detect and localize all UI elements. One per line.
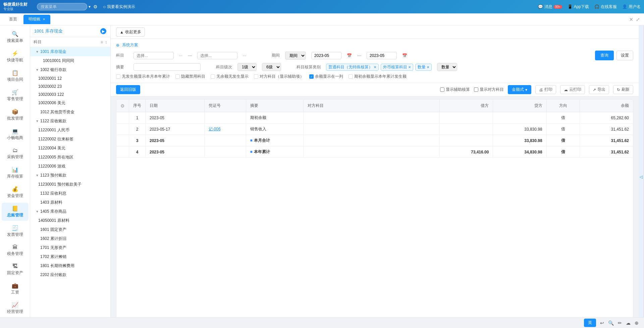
search-input[interactable] [37, 3, 87, 10]
tree-sort-icon[interactable]: ↕ [105, 40, 107, 45]
tag-normal-subject-close[interactable]: ✕ [374, 65, 376, 69]
tag-normal-subject[interactable]: 普通科目（无特殊核算） ✕ [326, 64, 379, 71]
sidebar-item-ecommerce[interactable]: 💻 小畅电商 [2, 125, 29, 143]
sidebar-item-purchase[interactable]: 🗂 采购管理 [2, 145, 29, 162]
tree-expand-1122[interactable]: ▼ [36, 119, 39, 123]
right-expand-btn[interactable]: ◁ [639, 25, 644, 328]
tree-node-1132[interactable]: 1132 应收利息 [30, 189, 110, 198]
tree-expand-1405[interactable]: ▼ [36, 210, 39, 213]
tag-quantity[interactable]: 数量 ✕ [415, 64, 432, 71]
period-type-select[interactable]: 期间 [285, 52, 306, 60]
tree-node-1702[interactable]: 1702 累计摊销 [30, 252, 110, 261]
bottom-icon-5[interactable]: ⊕ [635, 320, 639, 326]
tree-node-14050001[interactable]: 14050001 原材料 [30, 216, 110, 225]
notifications-btn[interactable]: 💬 消息 99+ [538, 4, 562, 10]
bottom-lang-btn[interactable]: 英 [584, 319, 596, 327]
tree-node-1403[interactable]: 1403 原材料 [30, 198, 110, 207]
tree-node-10020002[interactable]: 10020002 23 [30, 82, 110, 90]
sidebar-item-invoice[interactable]: 🧾 发票管理 [2, 222, 29, 240]
tree-node-11220004[interactable]: 11220004 美元 [30, 144, 110, 153]
tree-expand-1001[interactable]: ▼ [36, 50, 39, 54]
sidebar-item-quick-nav[interactable]: ⚡ 快捷导航 [2, 48, 29, 66]
system-scheme-label[interactable]: 系统方案 [122, 42, 138, 48]
subject-level-to-select[interactable]: 6级5级4级 [262, 63, 281, 71]
tree-nav-right-icon[interactable]: ▶ [100, 28, 106, 34]
tab-detail-ledger[interactable]: 明细账 ✕ [23, 15, 50, 24]
online-service-btn[interactable]: 🎧 在线客服 [594, 4, 617, 10]
tree-node-1601[interactable]: 1601 固定资产 [30, 225, 110, 234]
tree-node-11220002[interactable]: 11220002 往来标签 [30, 135, 110, 144]
tree-node-10020001[interactable]: 10020001 12 [30, 74, 110, 82]
checkbox-contra-subject[interactable]: 对方科目（显示辅助项） [254, 74, 304, 79]
app-download-btn[interactable]: 📱 App下载 [568, 4, 589, 10]
sidebar-item-wholesale[interactable]: 📦 批发管理 [2, 106, 29, 124]
bottom-icon-2[interactable]: 🔍 [608, 320, 614, 326]
tree-node-10020003[interactable]: 10020003 122 [30, 90, 110, 99]
sidebar-item-retail[interactable]: 🛒 零售管理 [2, 86, 29, 105]
sidebar-item-fixed-assets[interactable]: 🏗 固定资产 [2, 261, 29, 278]
cloud-print-btn[interactable]: ☁ 云打印 [560, 85, 585, 94]
sidebar-item-inventory[interactable]: 📊 库存核算 [2, 164, 29, 182]
show-contra-input[interactable] [474, 87, 478, 92]
sidebar-item-search[interactable]: 🔍 搜索菜单 [2, 28, 29, 46]
checkbox-no-balance[interactable]: 无发生额显示本月本年累计 [116, 74, 170, 79]
show-contra-checkbox[interactable]: 显示对方科目 [474, 87, 504, 92]
tree-node-11230001[interactable]: 11230001 预付账款美子 [30, 180, 110, 189]
demo-btn[interactable]: ○ 我要看实例演示 [103, 4, 135, 10]
tree-node-11220006[interactable]: 11220006 游戏 [30, 162, 110, 171]
checkbox-initial-balance[interactable]: 期初余额显示本年累计发生额 [348, 74, 407, 79]
selected-account-label[interactable]: 1001 库存现金 [34, 28, 99, 34]
show-aux-input[interactable] [440, 87, 444, 92]
user-info[interactable]: 👤 用户名 [622, 4, 641, 10]
tag-foreign-currency-close[interactable]: ✕ [408, 65, 411, 69]
return-old-btn[interactable]: 返回旧版 [116, 85, 140, 94]
row2-voucher-link[interactable]: 记-006 [209, 127, 221, 131]
checkbox-no-amount-no-show[interactable]: 无余额无发生显示 [211, 74, 249, 79]
refresh-btn[interactable]: ↻ 刷新 [613, 85, 633, 94]
window-maximize-icon[interactable]: ⤢ [636, 17, 640, 22]
tree-node-1122[interactable]: ▼ 1122 应收账款 [30, 117, 110, 126]
sidebar-item-project[interactable]: 📋 项目合同 [2, 67, 29, 85]
checkbox-balance-one-column[interactable]: ✓ 余额显示在一列 [309, 74, 343, 79]
th-settings[interactable]: ⚙ [116, 100, 129, 112]
tree-node-2202[interactable]: 2202 应付账款 [30, 270, 110, 279]
tag-foreign-currency[interactable]: 外币核算科目 ✕ [381, 64, 413, 71]
period-from-input[interactable] [311, 52, 341, 59]
settings-icon[interactable]: ⚙ [93, 4, 98, 9]
tree-node-1801[interactable]: 1801 长期待摊费用 [30, 261, 110, 270]
subject-input-to[interactable] [197, 52, 237, 59]
tree-node-11220001[interactable]: 11220001 人民币 [30, 126, 110, 135]
tree-expand-1123[interactable]: ▼ [36, 174, 39, 177]
sidebar-item-tax[interactable]: 🏛 税务管理 [2, 242, 29, 259]
tab-close-icon[interactable]: ✕ [43, 17, 45, 21]
subject-type-more-select[interactable]: 数量▼ [437, 63, 457, 71]
checkbox-hide-disabled[interactable]: 隐藏禁用科目 [175, 74, 205, 79]
sidebar-item-finance[interactable]: 💰 资金管理 [2, 183, 29, 201]
bottom-icon-1[interactable]: ↩ [600, 320, 604, 326]
period-to-input[interactable] [367, 52, 397, 59]
tree-expand-1002[interactable]: ▼ [36, 68, 39, 72]
summary-input[interactable] [133, 63, 201, 71]
tree-node-1012[interactable]: 1012 其他货币资金 [30, 108, 110, 117]
bottom-icon-4[interactable]: ☁ [626, 320, 631, 326]
tree-node-1002[interactable]: ▼ 1002 银行存款 [30, 65, 110, 74]
tree-node-10010001[interactable]: 10010001 同同同 [30, 56, 110, 65]
tree-node-1602[interactable]: 1602 累计折旧 [30, 234, 110, 243]
export-btn[interactable]: ↗ 导出 [589, 85, 609, 94]
sidebar-item-ledger[interactable]: 📒 总账管理 [2, 203, 29, 221]
print-btn[interactable]: 🖨 打印 [535, 85, 556, 94]
tree-node-10020006[interactable]: 10020006 美元 [30, 99, 110, 108]
filter-settings-btn[interactable]: 设置 [616, 51, 633, 60]
style-btn[interactable]: 金额式 ▾ [508, 85, 531, 94]
bottom-icon-3[interactable]: ✏ [618, 320, 622, 326]
sidebar-item-operations[interactable]: 📈 经营管理 [2, 299, 29, 317]
tree-node-1701[interactable]: 1701 无形资产 [30, 243, 110, 252]
tab-home[interactable]: 首页 [4, 15, 22, 24]
sidebar-item-salary[interactable]: 💼 工资 [2, 280, 29, 298]
tree-list-icon[interactable]: ≡ [101, 40, 103, 45]
table-settings-icon[interactable]: ⚙ [120, 103, 125, 109]
scheme-selector[interactable]: ▲ 收起更多 [116, 27, 145, 37]
show-aux-checkbox[interactable]: 显示辅助核算 [440, 87, 470, 92]
search-btn[interactable]: 查询 [595, 51, 614, 60]
subject-input-from[interactable] [133, 52, 174, 59]
